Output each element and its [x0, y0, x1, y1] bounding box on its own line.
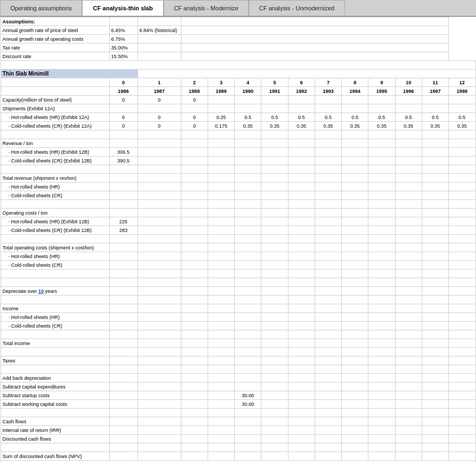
cell-4-11[interactable]	[422, 130, 448, 139]
cell-19-4[interactable]	[235, 261, 261, 270]
cell-2-7[interactable]: 0.5	[315, 113, 341, 122]
cell-30-8[interactable]	[342, 356, 368, 365]
cell-32-9[interactable]	[368, 374, 395, 383]
cell-35-0[interactable]	[109, 400, 137, 409]
cell-29-3[interactable]	[208, 348, 234, 356]
cell-0-0[interactable]: 0	[109, 96, 137, 104]
cell-24-7[interactable]	[315, 304, 341, 313]
cell-18-5[interactable]	[261, 252, 288, 261]
cell-13-5[interactable]	[261, 209, 288, 217]
cell-17-8[interactable]	[342, 243, 368, 252]
cell-19-6[interactable]	[288, 261, 315, 270]
cell-3-12[interactable]: 0.35	[449, 122, 475, 130]
cell-27-7[interactable]	[315, 330, 341, 339]
cell-13-4[interactable]	[235, 209, 261, 217]
cell-3-9[interactable]: 0.35	[368, 122, 395, 130]
cell-25-0[interactable]	[109, 313, 137, 322]
cell-2-8[interactable]: 0.5	[342, 113, 368, 122]
cell-20-10[interactable]	[395, 270, 422, 278]
cell-39-2[interactable]	[181, 435, 208, 443]
cell-0-8[interactable]	[342, 96, 368, 104]
cell-17-2[interactable]	[181, 243, 208, 252]
cell-22-10[interactable]	[395, 287, 422, 296]
cell-18-8[interactable]	[342, 252, 368, 261]
cell-25-8[interactable]	[342, 313, 368, 322]
cell-4-1[interactable]	[137, 130, 181, 139]
cell-35-6[interactable]	[288, 400, 315, 409]
cell-4-7[interactable]	[315, 130, 341, 139]
cell-15-7[interactable]	[315, 226, 341, 235]
cell-19-0[interactable]	[109, 261, 137, 270]
cell-8-11[interactable]	[422, 165, 448, 174]
cell-26-1[interactable]	[137, 322, 181, 330]
cell-4-4[interactable]	[235, 130, 261, 139]
cell-3-10[interactable]: 0.35	[395, 122, 422, 130]
cell-28-2[interactable]	[181, 339, 208, 348]
tab-cf-modern[interactable]: CF analysis - Modernize	[164, 0, 249, 16]
cell-32-1[interactable]	[137, 374, 181, 383]
cell-13-6[interactable]	[288, 209, 315, 217]
cell-16-0[interactable]	[109, 235, 137, 243]
cell-41-0[interactable]	[109, 452, 137, 461]
cell-14-12[interactable]	[449, 217, 475, 226]
cell-31-11[interactable]	[422, 365, 448, 374]
cell-41-2[interactable]	[181, 452, 208, 461]
cell-5-11[interactable]	[422, 139, 448, 148]
cell-25-1[interactable]	[137, 313, 181, 322]
cell-37-5[interactable]	[261, 417, 288, 426]
cell-23-9[interactable]	[368, 296, 395, 304]
cell-11-1[interactable]	[137, 191, 181, 200]
cell-34-5[interactable]	[261, 391, 288, 400]
cell-0-11[interactable]	[422, 96, 448, 104]
cell-17-1[interactable]	[137, 243, 181, 252]
cell-5-0[interactable]	[109, 139, 137, 148]
cell-32-11[interactable]	[422, 374, 448, 383]
cell-32-12[interactable]	[449, 374, 475, 383]
cell-2-3[interactable]: 0.25	[208, 113, 234, 122]
cell-11-2[interactable]	[181, 191, 208, 200]
cell-38-3[interactable]	[208, 426, 234, 435]
cell-38-2[interactable]	[181, 426, 208, 435]
cell-9-6[interactable]	[288, 174, 315, 183]
cell-34-2[interactable]	[181, 391, 208, 400]
cell-27-8[interactable]	[342, 330, 368, 339]
cell-31-3[interactable]	[208, 365, 234, 374]
tab-cf-unmodern[interactable]: CF analysis - Unmodernized	[249, 0, 345, 16]
cell-1-2[interactable]	[181, 104, 208, 113]
cell-7-9[interactable]	[368, 156, 395, 165]
cell-4-12[interactable]	[449, 130, 475, 139]
cell-29-6[interactable]	[288, 348, 315, 356]
cell-15-1[interactable]	[137, 226, 181, 235]
cell-9-7[interactable]	[315, 174, 341, 183]
cell-22-1[interactable]	[137, 287, 181, 296]
cell-29-12[interactable]	[449, 348, 475, 356]
cell-3-7[interactable]: 0.35	[315, 122, 341, 130]
cell-24-4[interactable]	[235, 304, 261, 313]
cell-7-11[interactable]	[422, 156, 448, 165]
cell-36-0[interactable]	[109, 409, 137, 417]
cell-2-9[interactable]: 0.5	[368, 113, 395, 122]
cell-13-12[interactable]	[449, 209, 475, 217]
cell-26-3[interactable]	[208, 322, 234, 330]
cell-36-2[interactable]	[181, 409, 208, 417]
cell-22-5[interactable]	[261, 287, 288, 296]
cell-27-5[interactable]	[261, 330, 288, 339]
cell-39-3[interactable]	[208, 435, 234, 443]
cell-13-3[interactable]	[208, 209, 234, 217]
cell-37-7[interactable]	[315, 417, 341, 426]
cell-25-3[interactable]	[208, 313, 234, 322]
cell-26-5[interactable]	[261, 322, 288, 330]
cell-39-9[interactable]	[368, 435, 395, 443]
cell-22-11[interactable]	[422, 287, 448, 296]
cell-6-4[interactable]	[235, 148, 261, 156]
cell-27-12[interactable]	[449, 330, 475, 339]
cell-4-10[interactable]	[395, 130, 422, 139]
cell-33-6[interactable]	[288, 383, 315, 391]
cell-24-0[interactable]	[109, 304, 137, 313]
cell-7-0[interactable]: 390.5	[109, 156, 137, 165]
cell-27-9[interactable]	[368, 330, 395, 339]
cell-24-10[interactable]	[395, 304, 422, 313]
cell-18-1[interactable]	[137, 252, 181, 261]
cell-34-7[interactable]	[315, 391, 341, 400]
cell-37-1[interactable]	[137, 417, 181, 426]
